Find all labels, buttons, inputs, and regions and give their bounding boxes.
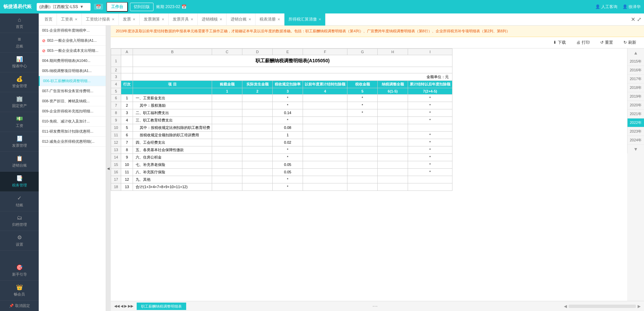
year-nav-2019[interactable]: 2019年 (628, 92, 644, 101)
sidebar: ⌂ 首页 ≡ 总账 📊 报表中心 💰 资金管理 🏢 固定资产 💵 工资 🧾 发票… (0, 13, 39, 311)
file-item-009[interactable]: 009-企业所得税补充抵扣明细... (39, 106, 106, 116)
tab-invoice-calc[interactable]: 发票测算 ✕ (140, 13, 169, 26)
scroll-right-icon[interactable]: ▶ (638, 304, 641, 309)
tab-close-all-icon[interactable]: ✕ (631, 16, 635, 23)
table-row: 14 9 六、住房公积金 * * (111, 153, 452, 161)
subheader-e: 3 (273, 88, 303, 94)
year-nav-down[interactable]: ▼ (632, 145, 640, 153)
year-nav-up[interactable]: ▲ (632, 48, 640, 57)
tab-close-invoice-calc[interactable]: ✕ (162, 18, 164, 21)
tab-invoice[interactable]: 发票 ✕ (119, 13, 140, 26)
sidebar-item-guide[interactable]: 🎯 新手引导 (0, 261, 39, 281)
sidebar-item-reports[interactable]: 📊 报表中心 (0, 53, 39, 72)
tab-home[interactable]: 首页 (40, 13, 57, 26)
file-item-011[interactable]: 011-研发费用加计扣除优惠明... (39, 127, 106, 137)
calendar-icon[interactable]: 📅 (94, 4, 103, 10)
file-item-001[interactable]: 001-企业所得税年度纳税申... (39, 26, 106, 36)
sheet-nav-last[interactable]: ▶▶ (128, 304, 133, 308)
sidebar-cancel-pin[interactable]: 📌 取消固定 (0, 301, 39, 311)
guide-icon: 🎯 (16, 264, 23, 271)
year-nav-2023[interactable]: 2023年 (628, 127, 644, 136)
tab-close-purchase-audit[interactable]: ✕ (219, 18, 222, 21)
sheet-tab-active[interactable]: 职工薪酬纳税调整明细表 (137, 303, 186, 310)
table-area[interactable]: A B C D E F G H I (111, 48, 627, 301)
sheet-nav-prev[interactable]: ◀ (121, 304, 123, 308)
sidebar-item-member[interactable]: 👑 畅会员 (0, 281, 39, 301)
col-header-H: H (378, 48, 408, 55)
year-nav-2017[interactable]: 2017年 (628, 75, 644, 83)
file-item-008[interactable]: 008-资产折旧、摊销及纳税... (39, 96, 106, 106)
sidebar-item-archive[interactable]: 🗂 归档管理 (0, 211, 39, 231)
panel-collapse-btn[interactable]: ◀ (106, 26, 111, 311)
tab-close-salary[interactable]: ✕ (75, 18, 77, 21)
file-item-002[interactable]: ⊘ 002-一般企业收入明细表(A1... (39, 36, 106, 46)
file-item-012[interactable]: 012-减免企业所得税优惠明细(... (39, 137, 106, 147)
table-row: 3 金额单位：元 (111, 73, 452, 80)
sidebar-item-tax[interactable]: 📑 税务管理 (0, 172, 39, 192)
tab-purchase-audit[interactable]: 进销稽核 ✕ (198, 13, 227, 26)
table-row: 9 4 三、职工教育经费支出 * * (111, 116, 452, 124)
workbench-button[interactable]: 工作台 (106, 2, 128, 12)
sidebar-item-ledger[interactable]: ≡ 总账 (0, 33, 39, 53)
table-row: 6 1 一、工资薪金支出 * * * (111, 94, 452, 102)
year-nav-2020[interactable]: 2020年 (628, 101, 644, 110)
close-accounts-icon: ✓ (17, 195, 22, 201)
year-nav-2024[interactable]: 2024年 (628, 136, 644, 145)
tab-bar: 首页 工资表 ✕ 工资统计报表 ✕ 发票 ✕ 发票测算 ✕ 发票开具 ✕ (39, 13, 644, 26)
period-calendar-icon[interactable]: 📅 (181, 4, 187, 9)
tab-close-income-tax[interactable]: ✕ (318, 18, 321, 21)
reset-button[interactable]: ↺ 重置 (598, 39, 616, 46)
sidebar-item-purchase-sales[interactable]: 📋 进销台账 (0, 152, 39, 172)
sidebar-item-salary[interactable]: 💵 工资 (0, 112, 39, 132)
file-item-003[interactable]: ⊘ 003-一般企业业成本支出明细... (39, 46, 106, 56)
sidebar-item-close-accounts[interactable]: ✓ 结账 (0, 192, 39, 211)
sidebar-item-home[interactable]: ⌂ 首页 (0, 13, 39, 33)
tab-close-salary-stats[interactable]: ✕ (112, 18, 114, 21)
tab-income-tax[interactable]: 所得税汇算清缴 ✕ (284, 13, 326, 26)
tab-invoice-open[interactable]: 发票开具 ✕ (169, 13, 198, 26)
service-link[interactable]: 👤 人工客询 (595, 4, 617, 10)
tab-close-purchase-ledger[interactable]: ✕ (248, 18, 251, 21)
user-info[interactable]: 👤 徐泽华 (622, 4, 641, 10)
horizontal-scrollbar[interactable] (569, 305, 636, 308)
file-item-010[interactable]: 010-免税、减计收入及加计... (39, 116, 106, 127)
year-nav-2018[interactable]: 2018年 (628, 83, 644, 92)
tab-salary-stats[interactable]: 工资统计报表 ✕ (82, 13, 119, 26)
tab-close-invoice[interactable]: ✕ (133, 18, 135, 21)
year-nav-2022[interactable]: 2022年 (628, 118, 644, 127)
scroll-left-icon[interactable]: ◀ (564, 304, 567, 309)
download-button[interactable]: ⬇ 下载 (550, 39, 569, 46)
year-nav-2021[interactable]: 2021年 (628, 110, 644, 118)
sidebar-item-settings[interactable]: ⚙ 设置 (0, 231, 39, 251)
company-dropdown-arrow: ▼ (80, 4, 84, 9)
sidebar-item-label: 设置 (16, 242, 23, 247)
year-nav-2016[interactable]: 2016年 (628, 66, 644, 75)
refresh-button[interactable]: ↻ 刷新 (621, 39, 639, 46)
error-icon-002: ⊘ (42, 38, 45, 43)
tab-expand-icon[interactable]: ⤢ (637, 16, 641, 23)
file-item-005[interactable]: 005-纳税调整项目明细表(A1... (39, 66, 106, 76)
sheet-more-icon[interactable]: ⋯ (372, 303, 378, 309)
cut-old-button[interactable]: 切到旧版 (130, 3, 154, 11)
company-selector[interactable]: (勿删）江西般宝-LSS ▼ (37, 3, 91, 11)
sidebar-item-label: 新手引导 (12, 272, 27, 277)
year-nav-2015[interactable]: 2015年 (628, 57, 644, 66)
sheet-nav-next[interactable]: ▶ (124, 304, 127, 308)
subheader-h: 6(1-5) (378, 88, 408, 94)
tab-tax-register[interactable]: 税表清册 ✕ (256, 13, 284, 26)
sidebar-item-invoice[interactable]: 🧾 发票管理 (0, 132, 39, 152)
print-button[interactable]: 🖨 打印 (574, 39, 592, 46)
tab-purchase-ledger[interactable]: 进销台账 ✕ (227, 13, 256, 26)
sidebar-bottom: 🎯 新手引导 👑 畅会员 📌 取消固定 (0, 261, 39, 311)
tab-close-invoice-open[interactable]: ✕ (191, 18, 193, 21)
sidebar-item-assets[interactable]: 🏢 固定资产 (0, 92, 39, 112)
file-item-004[interactable]: 004-期间费用明细表(A1040... (39, 56, 106, 66)
tab-salary[interactable]: 工资表 ✕ (57, 13, 82, 26)
file-item-007[interactable]: 007-广告宣传和业务宣传费明... (39, 86, 106, 96)
user-avatar-icon: 👤 (622, 4, 628, 9)
sheet-nav-first[interactable]: ◀◀ (114, 304, 120, 308)
tab-close-tax-register[interactable]: ✕ (277, 18, 280, 21)
file-item-006[interactable]: 006-职工薪酬纳税调整明细... (39, 76, 106, 86)
sidebar-item-funds[interactable]: 💰 资金管理 (0, 72, 39, 92)
sidebar-item-label: 工资 (16, 123, 23, 128)
